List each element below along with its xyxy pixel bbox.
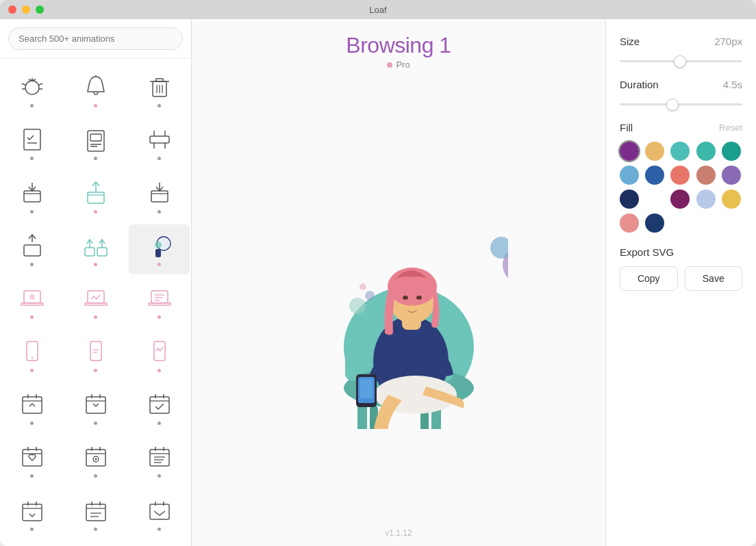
grid-item-laptop3[interactable] [129, 277, 190, 327]
search-bar [0, 19, 191, 59]
color-swatch-lavender[interactable] [722, 166, 741, 185]
main-content: Browsing 1 Pro [0, 19, 756, 546]
grid-item-dot [158, 315, 161, 319]
animation-preview [192, 70, 605, 528]
svg-rect-34 [85, 248, 94, 256]
grid-item-cal-list[interactable] [129, 436, 190, 486]
pro-dot [387, 62, 392, 68]
grid-item-cal-bottom2[interactable] [65, 489, 126, 539]
grid-item-boxes-up[interactable] [65, 224, 126, 274]
color-swatch-dark-purple[interactable] [670, 190, 690, 209]
color-swatch-pale-blue[interactable] [696, 190, 716, 209]
color-swatch-coral[interactable] [670, 166, 690, 185]
titlebar: Loaf [0, 0, 756, 19]
svg-point-75 [94, 458, 97, 460]
svg-rect-20 [150, 136, 169, 143]
color-swatch-green-teal[interactable] [696, 142, 716, 161]
right-panel: Size 270px Duration 4.5s Fill Reset [605, 19, 756, 546]
grid-item-dot [94, 210, 97, 213]
grid-item-phone2[interactable] [65, 330, 126, 380]
grid-item-cal-gear[interactable] [65, 436, 126, 486]
grid-item-dot [158, 104, 161, 107]
size-slider[interactable] [620, 60, 742, 62]
grid-item-barrier[interactable] [129, 118, 190, 168]
grid-item-box-down[interactable] [129, 172, 190, 222]
grid-item-cal-check[interactable] [129, 383, 190, 433]
size-slider-container [620, 53, 742, 65]
svg-point-40 [155, 242, 162, 248]
color-swatch-navy-2[interactable] [645, 213, 664, 233]
svg-rect-53 [154, 341, 165, 361]
color-swatch-purple[interactable] [620, 142, 639, 161]
svg-rect-54 [23, 397, 42, 413]
color-swatch-gold[interactable] [722, 190, 741, 209]
grid-item-phone3[interactable] [129, 330, 190, 380]
svg-rect-87 [86, 504, 105, 521]
close-button[interactable] [8, 5, 16, 14]
grid-item-phone1[interactable] [1, 330, 62, 380]
grid-item-cal-prev[interactable] [65, 383, 126, 433]
grid-item-dot [30, 528, 34, 531]
svg-point-117 [490, 237, 508, 259]
search-input[interactable] [8, 27, 183, 50]
grid-item-browsing[interactable] [129, 224, 190, 274]
svg-rect-70 [86, 450, 105, 466]
grid-item-dot [30, 369, 34, 372]
grid-item-box-up2[interactable] [1, 224, 62, 274]
svg-point-0 [25, 81, 39, 94]
duration-label: Duration [620, 79, 659, 90]
grid-item-laptop2[interactable] [65, 277, 126, 327]
grid-item-bug[interactable] [1, 66, 62, 116]
grid-item-dot [158, 210, 161, 213]
animation-grid [0, 59, 191, 546]
svg-rect-14 [24, 129, 40, 150]
center-panel: Browsing 1 Pro [192, 19, 605, 546]
grid-item-cal-next[interactable] [1, 383, 62, 433]
maximize-button[interactable] [36, 5, 44, 14]
svg-point-42 [29, 294, 35, 300]
color-swatch-pink[interactable] [620, 213, 639, 233]
duration-slider[interactable] [620, 103, 742, 105]
grid-item-box-in[interactable] [1, 172, 62, 222]
grid-item-dot [94, 104, 97, 107]
color-swatch-teal[interactable] [670, 142, 690, 161]
grid-item-cal-bottom1[interactable] [1, 489, 62, 539]
grid-item-trash[interactable] [129, 66, 190, 116]
grid-item-checklist[interactable] [1, 118, 62, 168]
save-button[interactable]: Save [685, 266, 743, 291]
grid-item-dot [30, 157, 34, 160]
version-label: v1.1.12 [385, 528, 412, 538]
grid-item-laptop1[interactable] [1, 277, 62, 327]
grid-item-cal-bottom3[interactable] [129, 489, 190, 539]
duration-value: 4.5s [723, 79, 742, 90]
svg-point-49 [31, 356, 34, 359]
color-swatch-navy[interactable] [620, 190, 639, 209]
svg-rect-43 [88, 291, 104, 303]
grid-item-dot [94, 369, 97, 372]
grid-item-box-up[interactable] [65, 172, 126, 222]
grid-item-dot [158, 474, 161, 478]
color-swatch-white[interactable] [645, 190, 664, 209]
export-buttons: Copy Save [620, 266, 742, 291]
color-swatch-blue[interactable] [645, 166, 664, 185]
reset-button[interactable]: Reset [719, 122, 742, 133]
svg-point-115 [411, 303, 414, 306]
svg-rect-31 [24, 245, 40, 256]
color-swatch-dark-teal[interactable] [722, 142, 741, 161]
svg-rect-29 [151, 191, 168, 202]
svg-rect-58 [86, 397, 105, 413]
svg-rect-17 [90, 134, 101, 141]
grid-item-scanner[interactable] [65, 118, 126, 168]
grid-item-dot [30, 104, 34, 107]
color-swatch-terracotta[interactable] [696, 166, 716, 185]
svg-rect-25 [24, 191, 40, 202]
copy-button[interactable]: Copy [620, 266, 678, 291]
svg-line-5 [39, 83, 42, 85]
grid-item-dot [158, 263, 161, 266]
grid-item-bell[interactable] [65, 66, 126, 116]
minimize-button[interactable] [22, 5, 30, 14]
color-swatch-light-blue[interactable] [620, 166, 639, 185]
size-value: 270px [714, 36, 742, 47]
grid-item-cal-heart[interactable] [1, 436, 62, 486]
color-swatch-yellow[interactable] [645, 142, 664, 161]
